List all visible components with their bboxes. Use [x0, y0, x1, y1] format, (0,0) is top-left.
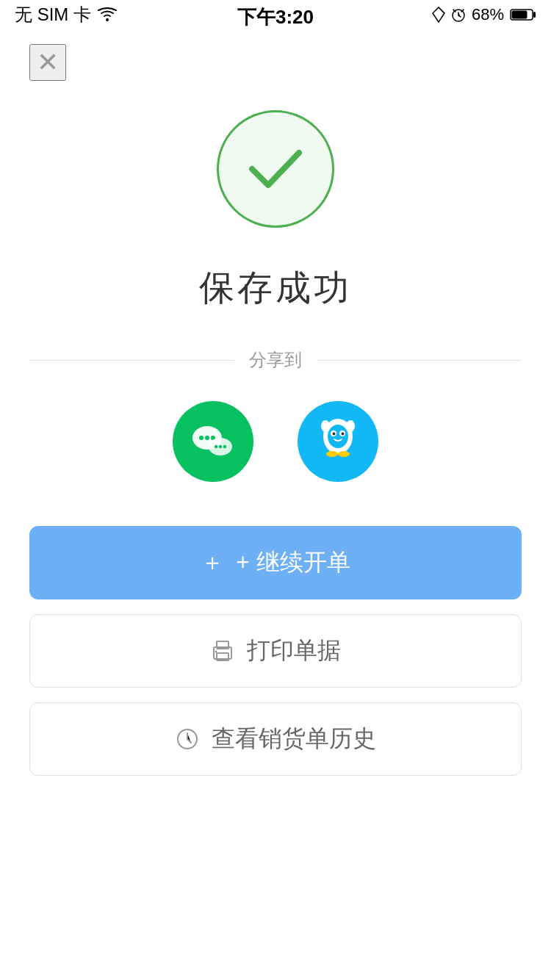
svg-point-14: [328, 425, 348, 448]
svg-point-6: [199, 436, 204, 440]
status-bar: 无 SIM 卡 下午3:20 68%: [0, 0, 551, 29]
plus-icon: ＋: [201, 547, 224, 579]
location-icon: [432, 7, 445, 23]
battery-percent: 68%: [472, 5, 504, 24]
battery-icon: [510, 8, 536, 21]
svg-point-12: [223, 444, 226, 447]
divider-line-right: [317, 360, 522, 361]
svg-point-26: [215, 651, 217, 653]
wifi-icon: [97, 7, 118, 22]
history-label: 查看销货单历史: [212, 723, 376, 755]
action-buttons: ＋ + 继续开单 打印单据 查看销货单历史: [29, 526, 522, 776]
success-title: 保存成功: [199, 264, 352, 311]
no-sim-text: 无 SIM 卡: [15, 3, 91, 26]
success-circle: [217, 110, 334, 228]
share-icons-container: [173, 401, 378, 482]
print-label: 打印单据: [247, 635, 341, 667]
continue-button[interactable]: ＋ + 继续开单: [29, 526, 522, 599]
history-button[interactable]: 查看销货单历史: [29, 702, 522, 776]
svg-point-19: [321, 420, 330, 432]
svg-point-20: [346, 420, 355, 432]
history-icon: [175, 727, 200, 752]
wechat-share-button[interactable]: [173, 401, 253, 482]
svg-point-22: [338, 451, 350, 457]
svg-point-0: [106, 18, 109, 21]
status-right: 68%: [432, 5, 536, 24]
svg-rect-3: [533, 12, 536, 18]
print-button[interactable]: 打印单据: [29, 614, 522, 688]
svg-point-17: [333, 433, 336, 436]
share-divider: 分享到: [29, 348, 522, 372]
qq-icon: [315, 416, 361, 467]
divider-line-left: [29, 360, 234, 361]
svg-point-10: [214, 444, 217, 447]
share-label: 分享到: [249, 348, 302, 372]
close-button[interactable]: ✕: [29, 44, 66, 81]
svg-rect-4: [512, 11, 527, 19]
checkmark-icon: [246, 145, 305, 193]
status-time: 下午3:20: [237, 4, 314, 30]
wechat-icon: [190, 422, 237, 462]
close-icon: ✕: [37, 49, 59, 76]
svg-point-18: [342, 433, 345, 436]
svg-point-21: [326, 451, 338, 457]
print-icon: [210, 638, 235, 663]
svg-point-7: [205, 436, 209, 440]
main-content: ✕ 保存成功 分享到: [0, 29, 551, 790]
status-left: 无 SIM 卡: [15, 3, 118, 26]
continue-label: + 继续开单: [236, 547, 350, 579]
alarm-icon: [451, 7, 466, 23]
svg-point-11: [218, 444, 221, 447]
qq-share-button[interactable]: [298, 401, 378, 482]
